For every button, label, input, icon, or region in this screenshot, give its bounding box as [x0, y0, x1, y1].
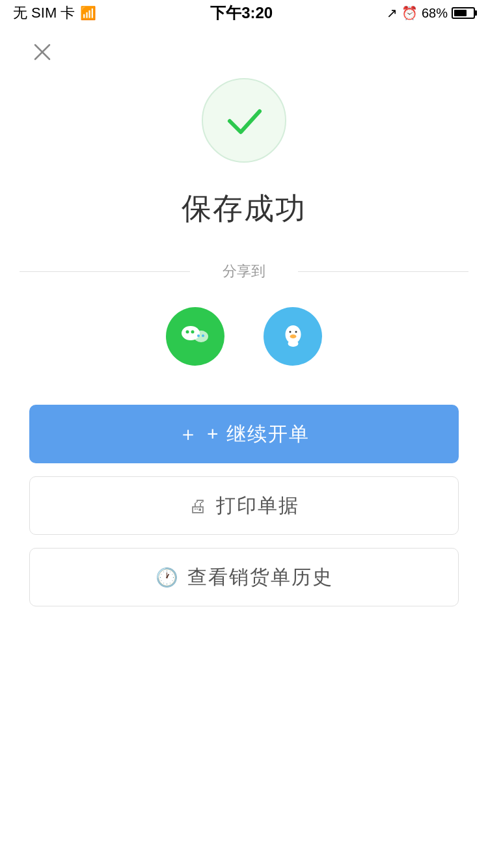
share-divider: 分享到 [0, 262, 488, 281]
printer-icon: 🖨 [189, 495, 208, 517]
alarm-icon: ⏰ [401, 5, 418, 21]
svg-point-16 [288, 340, 298, 347]
status-bar: 无 SIM 卡 📶 下午3:20 ↗ ⏰ 68% [0, 0, 488, 26]
svg-point-14 [295, 331, 297, 332]
continue-label: + 继续开单 [207, 421, 310, 448]
print-label: 打印单据 [216, 493, 299, 519]
success-icon-circle [202, 78, 286, 163]
wifi-icon: 📶 [80, 5, 96, 21]
divider-right [298, 271, 468, 272]
checkmark-icon [223, 100, 265, 142]
share-label: 分享到 [223, 262, 265, 281]
svg-point-4 [185, 330, 189, 333]
status-left: 无 SIM 卡 📶 [13, 3, 96, 23]
battery-percentage: 68% [422, 6, 448, 21]
main-content: 保存成功 分享到 [0, 26, 488, 606]
action-buttons: ＋ + 继续开单 🖨 打印单据 🕐 查看销货单历史 [29, 405, 459, 606]
close-button[interactable] [26, 36, 59, 68]
qq-share-button[interactable] [264, 307, 322, 366]
qq-icon [275, 319, 311, 355]
share-section: 分享到 [0, 262, 488, 366]
success-title: 保存成功 [182, 189, 306, 229]
carrier-text: 无 SIM 卡 [13, 3, 75, 23]
history-button[interactable]: 🕐 查看销货单历史 [29, 548, 459, 606]
print-button[interactable]: 🖨 打印单据 [29, 476, 459, 535]
svg-point-13 [289, 331, 291, 332]
status-time: 下午3:20 [210, 3, 273, 23]
history-label: 查看销货单历史 [187, 564, 333, 591]
divider-left [20, 271, 190, 272]
svg-point-5 [191, 330, 194, 333]
location-icon: ↗ [386, 5, 398, 21]
share-icons [166, 307, 322, 366]
svg-point-3 [194, 331, 208, 342]
continue-button[interactable]: ＋ + 继续开单 [29, 405, 459, 463]
wechat-share-button[interactable] [166, 307, 224, 366]
svg-point-6 [197, 334, 200, 337]
svg-point-15 [290, 334, 296, 338]
wechat-icon [178, 319, 213, 355]
clock-icon: 🕐 [156, 567, 180, 588]
status-right: ↗ ⏰ 68% [386, 5, 475, 21]
svg-point-7 [202, 334, 204, 337]
plus-icon: ＋ [178, 421, 199, 448]
battery-icon [452, 7, 475, 19]
